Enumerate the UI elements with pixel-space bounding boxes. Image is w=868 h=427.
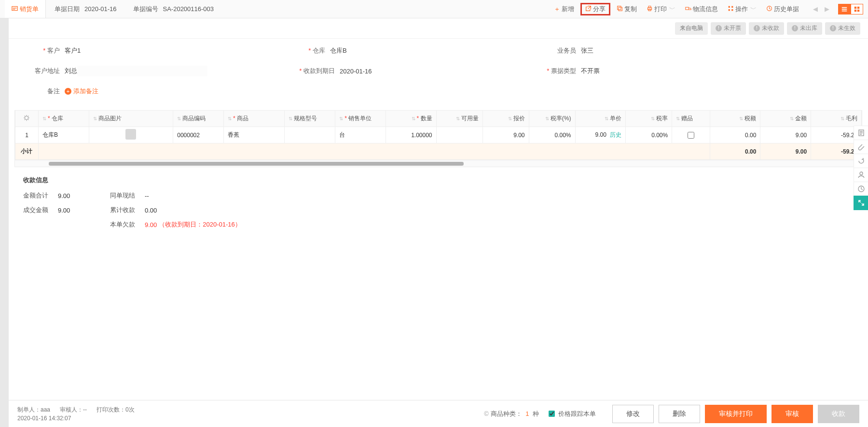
kind-count: 1 — [525, 410, 529, 417]
dock-note-icon[interactable] — [854, 126, 868, 140]
price-history-link[interactable]: 历史 — [610, 131, 621, 138]
dock-clock-icon[interactable] — [854, 182, 868, 196]
acc-received-label: 累计收款 — [110, 206, 145, 214]
table-row[interactable]: 1 仓库B 0000002 香蕉 台 1.00000 9.00 0.00% 9.… — [15, 127, 862, 143]
salesman-value[interactable]: 张三 — [581, 46, 593, 55]
col-warehouse[interactable]: ⇅* 仓库 — [38, 111, 89, 127]
address-masked — [77, 66, 207, 76]
right-dock — [854, 126, 868, 210]
cell-tax-amt: 0.00 — [710, 127, 760, 143]
dock-expand-icon[interactable] — [854, 196, 868, 210]
col-quote[interactable]: ⇅报价 — [482, 111, 529, 127]
col-code[interactable]: ⇅商品编码 — [173, 111, 224, 127]
cell-warehouse[interactable]: 仓库B — [38, 127, 89, 143]
gear-column[interactable] — [15, 111, 39, 127]
add-remark-link[interactable]: + 添加备注 — [65, 87, 98, 96]
logistics-button[interactable]: 物流信息 — [682, 3, 721, 15]
deal-amount-label: 成交金额 — [23, 206, 58, 214]
svg-rect-1 — [618, 6, 621, 9]
gift-checkbox[interactable] — [688, 132, 694, 139]
dock-refresh-icon[interactable] — [854, 154, 868, 168]
doc-date-value: 2020-01-16 — [84, 5, 117, 13]
cell-tax-rate[interactable]: 0.00% — [626, 127, 672, 143]
print-button[interactable]: 打印 ﹀ — [643, 3, 679, 15]
col-unit[interactable]: ⇅* 销售单位 — [335, 111, 386, 127]
edit-button[interactable]: 修改 — [612, 405, 654, 423]
cell-product[interactable]: 香蕉 — [223, 127, 285, 143]
acc-received-value: 0.00 — [145, 207, 157, 214]
info-icon: ! — [716, 25, 722, 31]
status-unshipped[interactable]: !未出库 — [787, 22, 822, 35]
col-qty[interactable]: ⇅* 数量 — [386, 111, 436, 127]
delete-button[interactable]: 删除 — [659, 405, 700, 423]
same-settle-label: 同单现结 — [110, 191, 145, 200]
svg-point-18 — [860, 172, 863, 175]
cell-available[interactable] — [436, 127, 482, 143]
col-amount[interactable]: ⇅金额 — [760, 111, 811, 127]
cell-tax-rate-pct[interactable]: 0.00% — [529, 127, 575, 143]
cell-unit[interactable]: 台 — [335, 127, 386, 143]
status-row: 来自电脑 !未开票 !未收款 !未出库 !未生效 — [9, 18, 868, 39]
share-button[interactable]: 分享 — [580, 3, 610, 15]
col-image[interactable]: ⇅商品图片 — [89, 111, 173, 127]
col-tax-rate-pct[interactable]: ⇅税率(%) — [529, 111, 575, 127]
col-price[interactable]: ⇅单价 — [575, 111, 626, 127]
new-button[interactable]: ＋ 新增 — [551, 3, 578, 15]
address-prefix: 刘总 — [65, 67, 77, 75]
svg-rect-6 — [686, 7, 689, 10]
audit-print-button[interactable]: 审核并打印 — [705, 405, 767, 423]
next-doc-button[interactable]: ▶ — [822, 5, 832, 13]
dock-user-icon[interactable] — [854, 168, 868, 182]
cell-price[interactable]: 9.00 历史 — [575, 127, 626, 143]
cell-code[interactable]: 0000002 — [173, 127, 224, 143]
image-placeholder-icon — [125, 129, 136, 140]
plus-circle-icon: + — [65, 88, 71, 95]
warehouse-value[interactable]: 仓库B — [330, 46, 347, 55]
scrollbar-thumb[interactable] — [49, 162, 464, 166]
prev-doc-button[interactable]: ◀ — [810, 5, 821, 13]
collect-button[interactable]: 收款 — [818, 405, 859, 423]
col-available[interactable]: ⇅可用量 — [436, 111, 482, 127]
remark-label: 备注 — [21, 87, 60, 96]
payment-title: 收款信息 — [23, 176, 854, 185]
horizontal-scrollbar[interactable] — [15, 160, 862, 167]
status-unpaid[interactable]: !未收款 — [749, 22, 784, 35]
subtotal-label: 小计 — [15, 143, 39, 160]
svg-rect-10 — [731, 9, 733, 11]
view-list-button[interactable] — [838, 4, 851, 14]
svg-rect-12 — [854, 6, 856, 8]
col-product[interactable]: ⇅* 商品 — [223, 111, 285, 127]
cell-spec[interactable] — [285, 127, 335, 143]
deal-amount-value: 9.00 — [58, 207, 70, 214]
price-track-checkbox[interactable]: 价格跟踪本单 — [547, 409, 596, 418]
maker-value: aaa — [41, 406, 50, 413]
top-bar: 销货单 单据日期 2020-01-16 单据编号 SA-20200116-003… — [0, 0, 868, 18]
cell-quote[interactable]: 9.00 — [482, 127, 529, 143]
invoice-type-value[interactable]: 不开票 — [581, 67, 600, 75]
cell-qty[interactable]: 1.00000 — [386, 127, 436, 143]
status-uninvoiced[interactable]: !未开票 — [711, 22, 746, 35]
dock-attachment-icon[interactable] — [854, 140, 868, 154]
copy-button[interactable]: 复制 — [613, 3, 640, 15]
cell-gift[interactable] — [672, 127, 710, 143]
due-date-value[interactable]: 2020-01-16 — [340, 68, 372, 75]
audit-button[interactable]: 审核 — [772, 405, 813, 423]
status-inactive[interactable]: !未生效 — [825, 22, 860, 35]
history-button[interactable]: 历史单据 — [763, 3, 802, 15]
col-tax-rate[interactable]: ⇅税率 — [626, 111, 672, 127]
col-tax-amt[interactable]: ⇅税额 — [710, 111, 760, 127]
operate-button[interactable]: 操作 ﹀ — [724, 3, 760, 15]
view-card-button[interactable] — [851, 4, 863, 14]
cell-image[interactable] — [89, 127, 173, 143]
history-icon — [766, 5, 772, 13]
tab-sales-order[interactable]: 销货单 — [5, 0, 46, 18]
print-count-label: 打印次数： — [96, 406, 125, 413]
svg-rect-13 — [857, 6, 859, 8]
col-spec[interactable]: ⇅规格型号 — [285, 111, 335, 127]
timestamp: 2020-01-16 14:32:07 — [17, 415, 135, 422]
col-profit[interactable]: ⇅毛利 — [811, 111, 862, 127]
col-gift[interactable]: ⇅赠品 — [672, 111, 710, 127]
svg-rect-0 — [12, 6, 17, 10]
subtotal-row: 小计 0.00 9.00 -59.21 — [15, 143, 862, 160]
customer-value[interactable]: 客户1 — [65, 46, 81, 55]
